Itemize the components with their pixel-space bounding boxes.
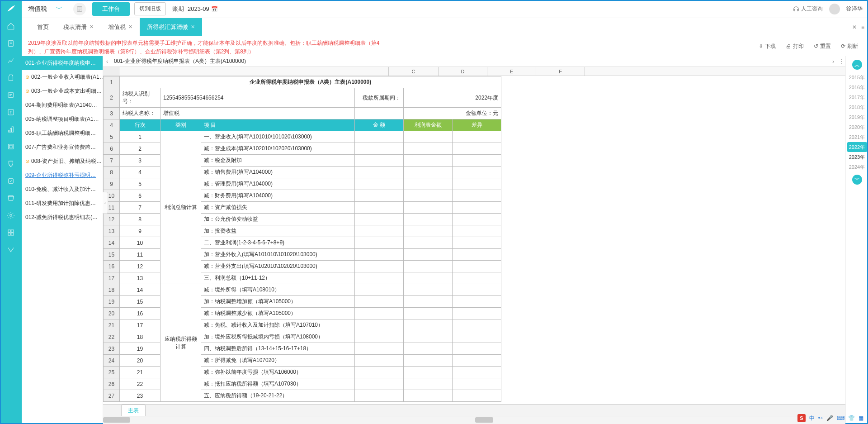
close-all-icon[interactable]: ✕ [852,24,857,30]
year-rail: ︽ 2015年2016年2017年2018年2019年2020年2021年202… [845,56,868,424]
form-list-panel: 001-企业所得税年度纳税申…⊘002-一般企业收入明细表(A1…⊘003-一般… [22,56,103,424]
calendar-icon[interactable]: 📅 [211,6,218,12]
year-chip[interactable]: 2015年 [847,72,867,82]
ime-logo-icon[interactable]: S [797,414,806,422]
vip-icon[interactable] [6,245,15,254]
year-chip[interactable]: 2016年 [847,82,867,92]
spreadsheet-area: ‹ ‹ 001-企业所得税年度纳税申报表（A类）主表(A100000) › ⋮ … [103,56,845,424]
company-selector[interactable]: 增值税 [22,5,53,13]
column-headers: C D E F [103,67,845,76]
col-header-e[interactable]: E [487,67,536,76]
support-button[interactable]: 人工咨询 [793,5,823,13]
tax-icon[interactable] [6,159,15,168]
apps-icon[interactable] [6,228,15,237]
switch-old-button[interactable]: 切到旧版 [134,2,166,15]
form-list-item[interactable]: ⊘002-一般企业收入明细表(A1… [22,70,103,84]
ime-keyboard-icon[interactable]: ⌨ [837,415,844,421]
taxpayer-id-value[interactable]: 12554585554554656254 [160,88,355,108]
form-list-item[interactable]: 004-期间费用明细表(A1040… [22,98,103,112]
warning-notice: 2019年度涉及取以前年度结转数据的申报表单元格需要手工维护正确，才能保证本年及… [22,36,392,56]
period-label: 账期 [172,5,184,13]
warning-icon: ⊘ [25,158,29,164]
ime-punct-icon[interactable]: •￫ [818,415,823,421]
year-down-icon[interactable]: ︾ [852,175,862,185]
home-icon[interactable] [6,22,15,31]
inventory-icon[interactable] [6,142,15,151]
top-bar: 增值税 ﹀ 工作台 切到旧版 账期 2023-09 📅 人工咨询 徐泽华 [0,0,868,18]
year-chip[interactable]: 2020年 [847,122,867,132]
col-header-d[interactable]: D [439,67,487,76]
form-list-item[interactable]: 001-企业所得税年度纳税申… [22,56,103,70]
voucher-icon[interactable] [6,91,15,100]
close-icon[interactable]: ✕ [90,24,94,30]
workbench-button[interactable]: 工作台 [92,2,130,16]
tab-0[interactable]: 首页 [30,18,56,36]
sheet-table[interactable]: 1企业所得税年度纳税申报表（A类）主表(A100000) 2 纳税人识别号： 1… [103,76,501,402]
year-chip[interactable]: 2024年 [847,162,867,172]
year-chip[interactable]: 2021年 [847,132,867,142]
download-button[interactable]: ⇩ 下载 [759,39,776,53]
next-sheet-icon[interactable]: › [829,58,837,65]
ime-lang[interactable]: 中 [809,414,815,422]
chevron-down-icon[interactable]: ﹀ [53,5,65,13]
col-header-f[interactable]: F [536,67,585,76]
form-list-item[interactable]: 010-免税、减计收入及加计… [22,182,103,196]
collapse-panel-handle[interactable]: ‹ [103,192,108,214]
year-chip[interactable]: 2022年 [847,142,867,152]
form-list-item[interactable]: ⊘008-资产折旧、摊销及纳税… [22,154,103,168]
svg-rect-10 [8,233,10,235]
sheet-title-tab[interactable]: 001-企业所得税年度纳税申报表（A类）主表(A100000) [111,57,249,65]
archive-icon[interactable] [6,194,15,203]
ime-toolbox-icon[interactable]: ▦ [859,415,863,421]
year-chip[interactable]: 2023年 [847,152,867,162]
ime-toolbar[interactable]: S 中 •￫ 🎤 ⌨ 👕 ▦ [797,414,863,422]
avatar[interactable] [829,4,840,14]
close-icon[interactable]: ✕ [191,24,195,30]
username[interactable]: 徐泽华 [846,5,863,13]
sheet-menu-icon[interactable]: ⋮ [837,58,845,65]
col-header-c[interactable]: C [389,67,439,76]
form-list-item[interactable]: 009-企业所得税弥补亏损明… [22,168,103,182]
history-button[interactable] [73,3,86,15]
tax-period-value[interactable]: 2022年度 [404,88,501,108]
tab-1[interactable]: 税表清册✕ [56,18,101,36]
funds-icon[interactable] [6,73,15,82]
form-list-item[interactable]: 012-减免所得税优惠明细表(… [22,210,103,224]
year-chip[interactable]: 2018年 [847,102,867,112]
svg-rect-11 [11,233,14,235]
form-list-item[interactable]: ⊘003-一般企业成本支出明细… [22,84,103,98]
svg-rect-5 [9,145,12,148]
sheet-tab-main[interactable]: 主表 [121,405,146,416]
side-nav [0,18,22,424]
svg-rect-9 [11,230,14,232]
year-up-icon[interactable]: ︽ [852,60,862,70]
tabs-bar: 首页税表清册✕增值税✕所得税汇算清缴✕ ✕ ≡ [22,18,868,36]
svg-rect-6 [9,179,14,184]
horizontal-scrollbar[interactable] [103,416,845,424]
closing-icon[interactable] [6,176,15,186]
print-button[interactable]: 🖨 打印 [786,39,804,53]
salary-icon[interactable] [6,108,15,117]
year-chip[interactable]: 2019年 [847,112,867,122]
more-tabs-icon[interactable]: ≡ [861,24,864,30]
year-chip[interactable]: 2017年 [847,92,867,102]
ime-skin-icon[interactable]: 👕 [848,415,855,421]
form-list-item[interactable]: 006-职工薪酬纳税调整明细… [22,126,103,140]
form-list-item[interactable]: 011-研发费用加计扣除优惠… [22,196,103,210]
tab-3[interactable]: 所得税汇算清缴✕ [140,18,202,36]
settings-icon[interactable] [6,211,15,220]
tab-2[interactable]: 增值税✕ [101,18,140,36]
reset-button[interactable]: ↺ 重置 [814,39,831,53]
ledger-icon[interactable] [6,39,15,48]
report-icon[interactable] [6,56,15,65]
period-value[interactable]: 2023-09 [188,5,209,12]
logo-icon[interactable] [0,0,22,18]
assets-icon[interactable] [6,125,15,134]
form-list-item[interactable]: 007-广告费和业务宣传费跨… [22,140,103,154]
prev-sheet-icon[interactable]: ‹ [103,58,111,65]
close-icon[interactable]: ✕ [128,24,132,30]
taxpayer-name-value[interactable]: 增值税 [160,108,355,119]
form-list-item[interactable]: 005-纳税调整项目明细表(A1… [22,112,103,126]
refresh-button[interactable]: ⟳ 刷新 [841,39,858,53]
ime-voice-icon[interactable]: 🎤 [826,415,833,421]
